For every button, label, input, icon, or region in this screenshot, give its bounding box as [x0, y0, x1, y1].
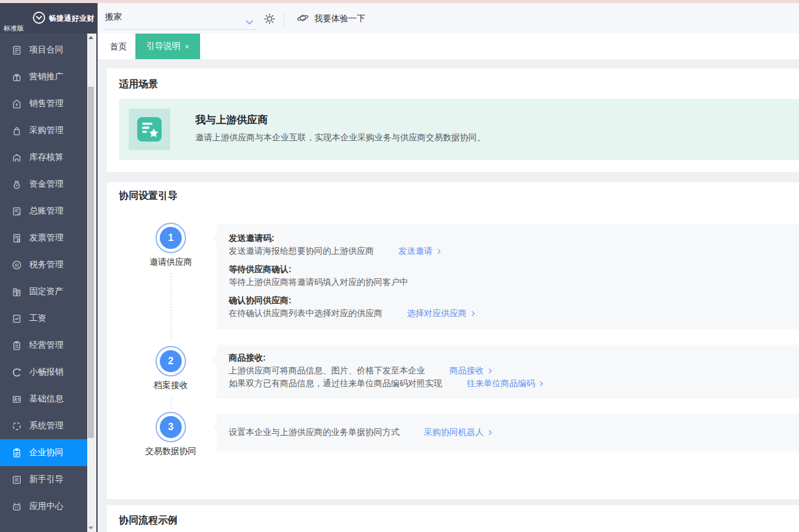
- sidebar-item-fixed-assets[interactable]: 固定资产: [0, 278, 87, 305]
- scenario-card: 我与上游供应商 邀请上游供应商与本企业互联，实现本企业采购业务与供应商交易数据协…: [119, 99, 799, 160]
- sidebar-item-app-center[interactable]: 应用中心: [0, 493, 87, 520]
- group-text: 上游供应商可将商品信息、图片、价格下发至本企业: [229, 365, 425, 375]
- system-icon: [12, 421, 22, 431]
- app-window: 畅捷通好业财 标准版 项目合同 营销推广 ¥ 销售管理 采购管理: [0, 0, 799, 532]
- link-chevron-icon: [435, 249, 440, 254]
- step-2-number: 2: [160, 350, 182, 372]
- step-2-panel: 商品接收: 上游供应商可将商品信息、图片、价格下发至本企业商品接收 如果双方已有…: [217, 345, 799, 398]
- tab-guide-active[interactable]: 引导说明 ×: [135, 34, 200, 59]
- group-title: 商品接收:: [229, 351, 787, 364]
- sidebar-item-inventory[interactable]: 库存核算: [0, 144, 87, 171]
- step-1-circle: 1: [156, 223, 186, 253]
- tab-bar: 首页 引导说明 ×: [98, 34, 799, 59]
- chevron-down-icon[interactable]: [246, 16, 253, 23]
- sidebar-item-general-ledger[interactable]: ¥ 总账管理: [0, 198, 87, 225]
- group-title: 发送邀请码:: [229, 232, 787, 245]
- sidebar-item-newbie-guide[interactable]: 新 新手引导: [0, 466, 87, 493]
- collaboration-icon: [12, 448, 22, 458]
- sidebar-item-invoice[interactable]: 发票管理: [0, 225, 87, 251]
- purchase-bag-icon: [12, 126, 22, 136]
- sidebar-item-funds[interactable]: ¥ 资金管理: [0, 171, 87, 198]
- step-2-circle: 2: [156, 346, 186, 376]
- svg-text:¥: ¥: [16, 184, 18, 187]
- tax-icon: 税: [12, 260, 22, 270]
- planet-icon: [296, 12, 309, 26]
- step-3-circle: 3: [156, 412, 186, 442]
- sidebar-logo: 畅捷通好业财 标准版: [0, 3, 98, 34]
- sidebar-item-purchase[interactable]: 采购管理: [0, 117, 87, 144]
- sidebar-item-sales[interactable]: ¥ 销售管理: [0, 90, 87, 117]
- sidebar-item-basic-info[interactable]: 基础信息: [0, 386, 87, 412]
- tab-close-icon[interactable]: ×: [185, 43, 190, 51]
- partner-goods-code-link[interactable]: 往来单位商品编码: [467, 378, 542, 388]
- tab-home[interactable]: 首页: [102, 34, 134, 59]
- gift-icon: [12, 72, 22, 82]
- brand-title: 畅捷通好业财: [49, 13, 95, 24]
- topbar-divider: [284, 12, 284, 27]
- link-chevron-icon: [470, 311, 475, 316]
- sidebar-item-enterprise-collaboration[interactable]: 企业协同: [0, 439, 87, 466]
- scroll-down-arrow-icon[interactable]: [88, 527, 93, 530]
- sidebar-menu: 项目合同 营销推广 ¥ 销售管理 采购管理 库存核算 ¥ 资金管理: [0, 37, 87, 520]
- warehouse-icon: [12, 153, 22, 163]
- step-connector: [171, 273, 171, 339]
- group-text: 在待确认供应商列表中选择对应的供应商: [229, 308, 382, 318]
- sales-icon: ¥: [12, 99, 22, 109]
- step-1-panel: 发送邀请码: 发送邀请海报给想要协同的上游供应商发送邀请 等待供应商确认: 等待…: [217, 224, 799, 329]
- sidebar-item-marketing[interactable]: 营销推广: [0, 63, 87, 90]
- sidebar: 项目合同 营销推广 ¥ 销售管理 采购管理 库存核算 ¥ 资金管理: [0, 34, 87, 532]
- guide-section: 协同设置引导 1 邀请供应商 发送邀请码: 发送邀请海报给想要协同的上游供应商发…: [107, 182, 799, 499]
- send-invite-link[interactable]: 发送邀请: [398, 246, 440, 256]
- step-3-label: 交易数据协同: [122, 446, 220, 457]
- group-text: 发送邀请海报给想要协同的上游供应商: [229, 246, 374, 256]
- step-3-number: 3: [160, 416, 182, 438]
- panel-arrow: [212, 232, 217, 242]
- svg-text:新: 新: [15, 477, 20, 483]
- link-chevron-icon: [487, 430, 492, 435]
- sidebar-item-project-contract[interactable]: 项目合同: [0, 37, 87, 63]
- panel-arrow: [212, 422, 217, 432]
- purchase-robot-link[interactable]: 采购协同机器人: [424, 427, 491, 437]
- flow-heading: 协同流程示例: [119, 514, 177, 527]
- search-input[interactable]: [105, 12, 233, 22]
- scrollbar-thumb[interactable]: [88, 87, 94, 438]
- payroll-icon: [12, 314, 22, 324]
- sidebar-item-tax[interactable]: 税 税务管理: [0, 251, 87, 278]
- group-title: 确认协同供应商:: [229, 294, 787, 307]
- scenario-card-desc: 邀请上游供应商与本企业互联，实现本企业采购业务与供应商交易数据协同。: [195, 132, 485, 143]
- step-3-panel: 设置本企业与上游供应商的业务单据协同方式采购协同机器人: [217, 414, 799, 451]
- goods-receive-link[interactable]: 商品接收: [450, 365, 491, 375]
- ledger-icon: ¥: [12, 206, 22, 217]
- choose-supplier-link[interactable]: 选择对应供应商: [407, 308, 474, 318]
- svg-text:¥: ¥: [16, 102, 18, 106]
- link-chevron-icon: [538, 381, 543, 386]
- operations-icon: [12, 340, 22, 351]
- document-star-icon: [137, 117, 162, 142]
- step-1-label: 邀请供应商: [122, 257, 220, 268]
- sidebar-scrollbar[interactable]: [87, 34, 95, 532]
- sidebar-item-operations[interactable]: 经营管理: [0, 332, 87, 359]
- sidebar-item-reimburse[interactable]: 小畅报销: [0, 359, 87, 386]
- brand-edition: 标准版: [4, 24, 24, 33]
- step-connector: [171, 397, 171, 409]
- guide-heading: 协同设置引导: [119, 190, 177, 203]
- sidebar-item-payroll[interactable]: 工资: [0, 305, 87, 332]
- scroll-up-arrow-icon[interactable]: [88, 36, 93, 39]
- contract-icon: [12, 45, 22, 56]
- invoice-icon: [12, 233, 22, 243]
- basic-info-icon: [12, 394, 22, 404]
- newbie-icon: 新: [12, 475, 22, 485]
- money-bag-icon: ¥: [12, 179, 22, 190]
- experience-label: 我要体验一下: [314, 13, 365, 24]
- scenario-icon-tile: [129, 109, 170, 150]
- link-chevron-icon: [487, 368, 492, 373]
- flow-section: 协同流程示例: [107, 505, 799, 532]
- topbar: 我要体验一下: [98, 3, 799, 34]
- settings-gear-icon[interactable]: [263, 13, 276, 25]
- quick-search-select[interactable]: [104, 9, 256, 30]
- sidebar-item-system[interactable]: 系统管理: [0, 412, 87, 439]
- experience-button[interactable]: 我要体验一下: [296, 12, 365, 26]
- svg-text:税: 税: [15, 262, 19, 267]
- group-text: 如果双方已有商品信息，通过往来单位商品编码对照实现: [229, 378, 442, 388]
- step-2-label: 档案接收: [122, 380, 220, 391]
